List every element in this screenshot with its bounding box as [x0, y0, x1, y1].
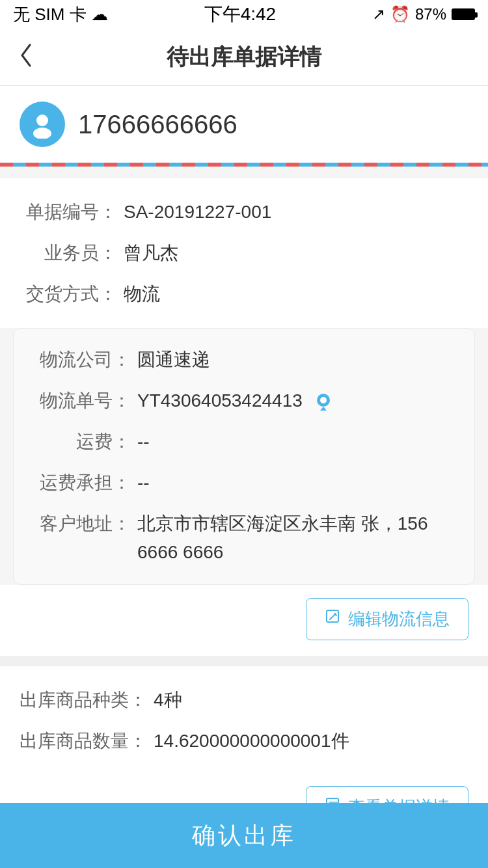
svg-point-1	[33, 128, 51, 139]
gray-separator	[0, 656, 488, 666]
goods-section: 出库商品种类： 4种 出库商品数量： 14.620000000000001件	[0, 666, 488, 776]
tracking-row: 物流单号： YT43064053424413	[33, 387, 455, 416]
tracking-label: 物流单号：	[33, 387, 137, 416]
alarm-icon: ⏰	[390, 5, 410, 23]
freight-label: 运费：	[33, 427, 137, 457]
edit-logistics-label: 编辑物流信息	[348, 608, 450, 631]
freight-row: 运费： --	[33, 427, 455, 457]
logistics-company-value: 圆通速递	[137, 346, 455, 375]
goods-types-label: 出库商品种类：	[20, 686, 154, 715]
status-left: 无 SIM 卡 ☁	[13, 3, 108, 26]
logistics-company-label: 物流公司：	[33, 346, 137, 375]
edit-icon	[325, 608, 342, 630]
svg-point-3	[320, 397, 327, 403]
confirm-btn-text: 确认出库	[192, 820, 296, 852]
logistics-company-row: 物流公司： 圆通速递	[33, 346, 455, 375]
user-header: 17666666666	[0, 86, 488, 163]
confirm-outbound-button[interactable]: 确认出库	[0, 803, 488, 868]
delivery-value: 物流	[124, 280, 468, 309]
status-bar: 无 SIM 卡 ☁ 下午4:42 ↗ ⏰ 87%	[0, 0, 488, 29]
staff-row: 业务员： 曾凡杰	[20, 239, 468, 268]
status-time: 下午4:42	[204, 2, 277, 27]
address-row: 客户地址： 北京市市辖区海淀区永丰南 张，156 6666 6666	[33, 509, 455, 568]
avatar	[20, 102, 65, 147]
goods-quantity-row: 出库商品数量： 14.620000000000001件	[20, 727, 468, 756]
doc-no-row: 单据编号： SA-20191227-001	[20, 198, 468, 227]
goods-quantity-value: 14.620000000000001件	[154, 727, 468, 756]
location-status-icon: ↗	[372, 5, 385, 23]
battery-icon	[452, 8, 475, 20]
goods-types-value: 4种	[154, 686, 468, 715]
address-value: 北京市市辖区海淀区永丰南 张，156 6666 6666	[137, 509, 455, 568]
staff-label: 业务员：	[20, 239, 124, 268]
address-label: 客户地址：	[33, 509, 137, 539]
user-phone: 17666666666	[78, 110, 237, 139]
dashed-divider	[0, 163, 488, 167]
goods-types-row: 出库商品种类： 4种	[20, 686, 468, 715]
battery-text: 87%	[415, 5, 446, 23]
staff-value: 曾凡杰	[124, 239, 468, 268]
svg-point-0	[36, 115, 48, 126]
delivery-label: 交货方式：	[20, 280, 124, 309]
doc-no-value: SA-20191227-001	[124, 198, 468, 227]
goods-quantity-label: 出库商品数量：	[20, 727, 154, 756]
edit-logistics-button[interactable]: 编辑物流信息	[306, 598, 468, 640]
status-right: ↗ ⏰ 87%	[372, 5, 475, 23]
freight-value: --	[137, 427, 455, 457]
freight-bear-row: 运费承担： --	[33, 468, 455, 498]
tracking-location-icon[interactable]	[312, 390, 335, 413]
edit-button-row: 编辑物流信息	[0, 585, 488, 656]
back-button[interactable]	[18, 42, 34, 72]
basic-info-section: 单据编号： SA-20191227-001 业务员： 曾凡杰 交货方式： 物流	[0, 178, 488, 328]
svg-marker-4	[320, 407, 327, 411]
sim-text: 无 SIM 卡 ☁	[13, 3, 108, 26]
nav-bar: 待出库单据详情	[0, 29, 488, 86]
freight-bear-value: --	[137, 468, 455, 498]
delivery-row: 交货方式： 物流	[20, 280, 468, 309]
page-title: 待出库单据详情	[167, 42, 321, 72]
doc-no-label: 单据编号：	[20, 198, 124, 227]
logistics-card: 物流公司： 圆通速递 物流单号： YT43064053424413 运费： --…	[13, 328, 475, 585]
tracking-value: YT43064053424413	[137, 387, 455, 416]
freight-bear-label: 运费承担：	[33, 468, 137, 498]
